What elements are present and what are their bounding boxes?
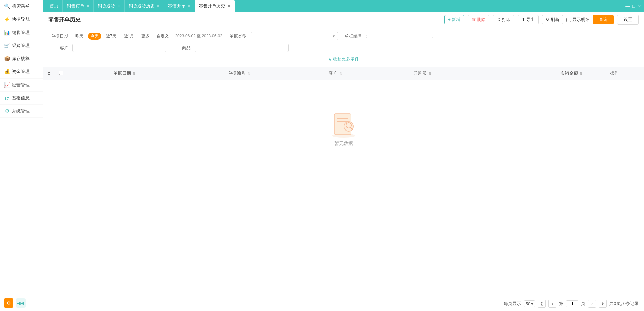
doc-no-input[interactable]	[366, 35, 433, 38]
nav-tab-retail-open[interactable]: 零售开单✕	[164, 0, 195, 12]
basic-info-icon: 🗂	[4, 95, 10, 101]
per-page-chevron: ▾	[531, 301, 533, 306]
empty-illustration	[327, 107, 360, 141]
th-checkbox[interactable]	[55, 67, 67, 80]
nav-tab-sales-return[interactable]: 销货退货✕	[94, 0, 125, 12]
sidebar-item-purchase-mgmt[interactable]: 🛒 采购管理	[0, 39, 43, 52]
svg-point-6	[344, 122, 353, 131]
sidebar-item-label: 系统管理	[12, 108, 30, 114]
sidebar-item-basic-info[interactable]: 🗂 基础信息	[0, 92, 43, 105]
prev-page-button[interactable]: ‹	[548, 300, 556, 308]
page-title: 零售开单历史	[48, 16, 81, 23]
add-button[interactable]: + 新增	[444, 15, 464, 24]
pagination: 每页显示 50 ▾ ⟪ ‹ 第 页 › ⟫ 共0页, 0条记录	[43, 296, 644, 311]
operations-icon: 📈	[4, 82, 10, 88]
settings-button-toolbar[interactable]: 设置	[617, 15, 639, 25]
window-controls: — □ ✕	[625, 4, 641, 9]
per-page-select[interactable]: 50 ▾	[524, 300, 535, 307]
doc-type-select[interactable]: ▾	[251, 32, 338, 40]
purchase-mgmt-icon: 🛒	[4, 43, 10, 49]
sidebar-item-label: 采购管理	[12, 43, 30, 49]
sidebar-item-label: 快捷导航	[12, 16, 30, 22]
tab-close-sales-return[interactable]: ✕	[117, 4, 120, 8]
date-option-last7[interactable]: 近7天	[103, 33, 119, 40]
th-no[interactable]: 单据编号 ⇅	[182, 67, 296, 80]
first-page-button[interactable]: ⟪	[538, 300, 546, 308]
date-option-more[interactable]: 更多	[139, 33, 152, 40]
th-customer[interactable]: 客户 ⇅	[296, 67, 375, 80]
sidebar-item-label: 库存核算	[12, 56, 30, 62]
nav-tab-home[interactable]: 首页	[46, 0, 63, 12]
date-label: 单据日期	[48, 33, 68, 39]
system-icon: ⚙	[4, 108, 10, 114]
finance-icon: 💰	[4, 69, 10, 75]
show-detail-input[interactable]	[566, 18, 571, 22]
sidebar-item-inventory[interactable]: 📦 库存核算	[0, 52, 43, 65]
refresh-button[interactable]: ↻ 刷新	[542, 15, 563, 24]
sidebar-item-sales-mgmt[interactable]: 📊 销售管理	[0, 26, 43, 39]
filter-row-1: 单据日期 昨天今天近7天近1月更多自定义2023-06-02 至 2023-06…	[48, 32, 639, 40]
date-option-yesterday[interactable]: 昨天	[72, 33, 86, 40]
data-table: ⚙ 单据日期 ⇅ 单据编号 ⇅ 客户 ⇅ 导购员	[43, 67, 644, 167]
th-customer-label: 客户	[329, 71, 337, 76]
show-detail-checkbox[interactable]: 显示明细	[566, 17, 590, 23]
settings-button[interactable]: ⚙	[4, 298, 13, 308]
customer-input[interactable]: ...	[72, 44, 166, 52]
sidebar-collapse-button[interactable]: ◀◀	[16, 298, 26, 308]
customer-label: 客户	[48, 45, 68, 51]
sidebar: 🔍 搜索采单 ⚡ 快捷导航📊 销售管理🛒 采购管理📦 库存核算💰 资金管理📈 经…	[0, 0, 43, 311]
nav-tab-sales-order[interactable]: 销售订单✕	[63, 0, 94, 12]
minimize-button[interactable]: —	[625, 4, 630, 9]
page-jump-label: 第	[559, 301, 563, 307]
doc-type-label: 单据类型	[227, 33, 247, 39]
date-options: 昨天今天近7天近1月更多自定义2023-06-02 至 2023-06-02	[72, 33, 222, 40]
query-button[interactable]: 查询	[593, 15, 614, 24]
sidebar-item-label: 销售管理	[12, 30, 30, 36]
sidebar-item-label: 资金管理	[12, 69, 30, 75]
sidebar-search[interactable]: 🔍 搜索采单	[0, 0, 43, 13]
th-no-label: 单据编号	[228, 71, 245, 76]
export-button[interactable]: ⬆ 导出	[518, 15, 539, 24]
next-page-button[interactable]: ›	[588, 300, 596, 308]
table-area: ⚙ 单据日期 ⇅ 单据编号 ⇅ 客户 ⇅ 导购员	[43, 67, 644, 296]
th-salesperson[interactable]: 导购员 ⇅	[374, 67, 470, 80]
sidebar-item-label: 基础信息	[12, 95, 30, 101]
maximize-button[interactable]: □	[632, 4, 635, 9]
select-all-checkbox[interactable]	[59, 71, 63, 75]
sort-salesperson-icon: ⇅	[429, 72, 431, 75]
delete-button[interactable]: 🗑 删除	[468, 15, 490, 24]
tab-close-retail-open-history[interactable]: ✕	[227, 4, 230, 8]
top-nav: 首页销售订单✕销货退货✕销货退货历史✕零售开单✕零售开单历史✕ — □ ✕	[43, 0, 644, 12]
page-word: 页	[581, 301, 585, 307]
sidebar-item-operations[interactable]: 📈 经营管理	[0, 79, 43, 92]
sidebar-item-quick-nav[interactable]: ⚡ 快捷导航	[0, 13, 43, 26]
collapse-label: 收起更多条件	[333, 56, 359, 62]
nav-tab-sales-return-history[interactable]: 销货退货历史✕	[125, 0, 164, 12]
last-page-button[interactable]: ⟫	[599, 300, 607, 308]
sidebar-search-label: 搜索采单	[12, 3, 30, 9]
date-option-today[interactable]: 今天	[88, 33, 101, 40]
tab-close-retail-open[interactable]: ✕	[188, 4, 191, 8]
nav-tab-retail-open-history[interactable]: 零售开单历史✕	[195, 0, 235, 12]
sidebar-item-system[interactable]: ⚙ 系统管理	[0, 105, 43, 118]
page-number-input[interactable]	[566, 300, 578, 307]
th-gear[interactable]: ⚙	[43, 67, 55, 80]
goods-input[interactable]: ...	[195, 44, 289, 52]
chevron-down-icon: ▾	[333, 34, 335, 39]
tab-close-sales-return-history[interactable]: ✕	[157, 4, 160, 8]
doc-no-label: 单据编号	[342, 33, 362, 39]
close-button[interactable]: ✕	[638, 4, 641, 9]
collapse-filters-button[interactable]: ∧ 收起更多条件	[48, 55, 639, 64]
tab-close-sales-order[interactable]: ✕	[86, 4, 89, 8]
date-option-custom[interactable]: 自定义	[154, 33, 171, 40]
print-button[interactable]: 🖨 打印	[493, 15, 514, 24]
tab-label-retail-open: 零售开单	[168, 3, 186, 9]
date-option-last_month[interactable]: 近1月	[121, 33, 137, 40]
th-amount[interactable]: 实销金额 ⇅	[470, 67, 585, 80]
goods-label: 商品	[170, 45, 191, 51]
th-date[interactable]: 单据日期 ⇅	[67, 67, 182, 80]
sidebar-item-finance[interactable]: 💰 资金管理	[0, 65, 43, 79]
tab-label-home: 首页	[50, 3, 58, 9]
toolbar-actions: + 新增 🗑 删除 🖨 打印 ⬆ 导出 ↻ 刷新 显示明细 查询 设置	[444, 15, 639, 25]
th-date-label: 单据日期	[113, 71, 131, 76]
